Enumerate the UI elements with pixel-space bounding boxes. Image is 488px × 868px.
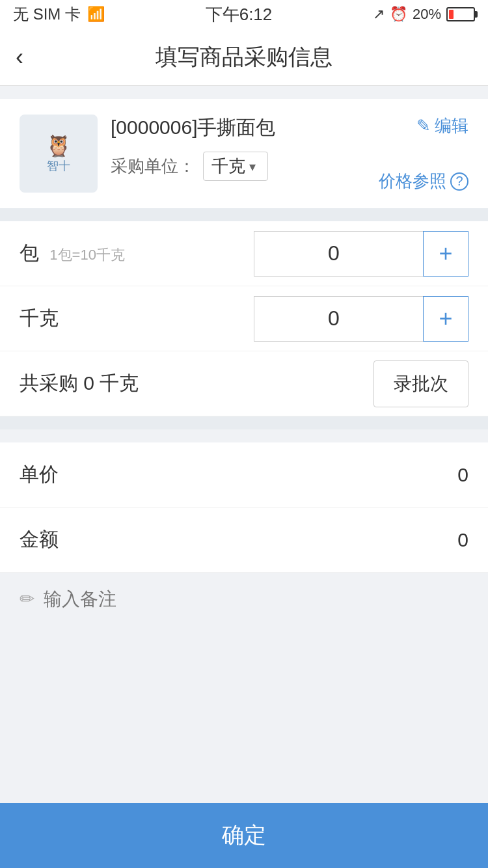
amount-value: 0	[457, 529, 468, 551]
price-ref-button[interactable]: 价格参照 ?	[379, 170, 468, 193]
remark-section: ✏	[0, 573, 488, 625]
price-ref-label: 价格参照	[379, 170, 446, 193]
back-button[interactable]: ‹	[16, 44, 23, 71]
product-image: 🦉 智十	[20, 115, 98, 193]
status-bar: 无 SIM 卡 📶 下午6:12 ↗ ⏰ 20%	[0, 0, 488, 29]
bao-plus-button[interactable]: +	[423, 231, 468, 277]
wifi-icon: 📶	[87, 6, 105, 23]
edit-icon: ✎	[416, 116, 431, 136]
batch-button[interactable]: 录批次	[373, 360, 468, 407]
bao-input[interactable]	[254, 231, 423, 277]
amount-label: 金额	[20, 526, 59, 553]
price-row: 单价 0	[0, 442, 488, 508]
pencil-icon: ✏	[20, 588, 34, 610]
bao-label: 包 1包=10千克	[20, 240, 254, 267]
product-name: [0000006]手撕面包	[111, 115, 468, 141]
status-right: ↗ ⏰ 20%	[373, 6, 475, 23]
total-label: 共采购 0 千克	[20, 370, 139, 397]
owl-name-label: 智十	[47, 159, 70, 172]
edit-button[interactable]: ✎ 编辑	[416, 115, 468, 137]
info-section: 单价 0 金额 0	[0, 442, 488, 573]
kg-label: 千克	[20, 305, 254, 332]
product-card: 🦉 智十 [0000006]手撕面包 采购单位： 千克 ✎ 编辑 价格参照 ?	[0, 99, 488, 208]
bao-input-control: +	[254, 231, 468, 277]
amount-row: 金额 0	[0, 508, 488, 573]
input-section: 包 1包=10千克 + 千克 +	[0, 221, 488, 351]
unit-dropdown[interactable]: 千克	[203, 152, 268, 181]
divider-2	[0, 416, 488, 429]
confirm-button[interactable]: 确定	[0, 803, 488, 868]
kg-plus-button[interactable]: +	[423, 296, 468, 342]
sim-label: 无 SIM 卡	[13, 4, 81, 25]
owl-icon: 🦉	[46, 133, 72, 158]
nav-bar: ‹ 填写商品采购信息	[0, 29, 488, 86]
price-value: 0	[457, 464, 468, 486]
help-icon: ?	[450, 172, 468, 191]
location-icon: ↗	[373, 6, 385, 23]
status-left: 无 SIM 卡 📶	[13, 4, 105, 25]
bao-sublabel: 1包=10千克	[49, 247, 125, 263]
status-time: 下午6:12	[206, 3, 273, 26]
remark-input[interactable]	[44, 589, 468, 610]
kg-input[interactable]	[254, 296, 423, 342]
alarm-icon: ⏰	[390, 6, 407, 23]
page-title: 填写商品采购信息	[156, 42, 332, 72]
kg-row: 千克 +	[0, 286, 488, 351]
battery-icon	[446, 7, 475, 21]
unit-label: 采购单位：	[111, 155, 195, 178]
total-row: 共采购 0 千克 录批次	[0, 351, 488, 416]
kg-input-control: +	[254, 296, 468, 342]
price-label: 单价	[20, 461, 59, 488]
total-amount: 0	[83, 372, 94, 394]
battery-percent: 20%	[413, 6, 441, 23]
divider-1	[0, 208, 488, 221]
bao-row: 包 1包=10千克 +	[0, 221, 488, 286]
